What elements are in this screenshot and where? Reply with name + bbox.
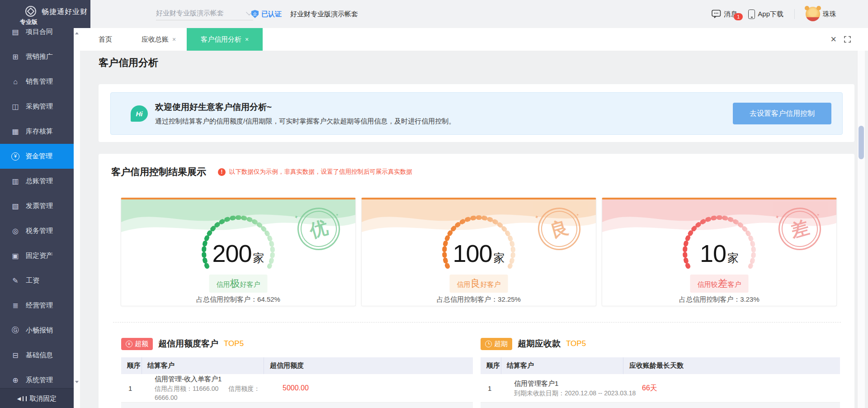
user-menu[interactable]: 珠珠 — [806, 7, 836, 21]
purchase-icon: ◫ — [11, 102, 20, 111]
top-bar: 好业财专业版演示帐套 企 已认证 好业财专业版演示帐套 消息 1 App下载 珠… — [90, 0, 868, 28]
column-header: 结算客户 — [501, 357, 623, 374]
close-tab-icon[interactable]: × — [172, 36, 176, 43]
welcome-subtitle: 通过控制结算客户的信用额度/信用期限，可实时掌握客户欠款超期等信用信息，及时进行… — [155, 117, 455, 126]
row-index: 1 — [481, 384, 509, 392]
column-header: 应收账龄最长天数 — [623, 361, 840, 370]
messages-count-badge: 1 — [734, 13, 743, 20]
unpin-label: 取消固定 — [29, 394, 57, 403]
verified-label: 已认证 — [261, 10, 282, 19]
table-title: 超期应收款 — [518, 338, 561, 350]
table-title: 超信用额度客户 — [158, 338, 218, 350]
sidebar-item-label: 系统管理 — [26, 376, 53, 384]
welcome-banner: Hi 欢迎使用好生意客户信用分析~ 通过控制结算客户的信用额度/信用期限，可实时… — [110, 92, 843, 135]
enterprise-shield-icon: 企 — [251, 10, 259, 18]
sidebar-item-label: 采购管理 — [26, 102, 53, 111]
close-tab-icon[interactable]: × — [245, 36, 249, 43]
main-scrollbar[interactable] — [857, 51, 865, 408]
id-card-icon: ⊟ — [11, 351, 20, 360]
sidebar-item-label: 固定资产 — [26, 251, 53, 260]
messages-button[interactable]: 消息 1 — [712, 9, 737, 19]
sidebar-item-label: 工资 — [26, 276, 39, 285]
sidebar-item-project-contract[interactable]: ▤项目合同 — [0, 28, 74, 44]
sidebar-item-xiaochang-expense[interactable]: Ⓖ小畅报销 — [0, 318, 74, 343]
customer-count: 200 — [212, 240, 251, 267]
sidebar-scrollbar[interactable] — [74, 28, 80, 408]
scrollbar-thumb[interactable] — [859, 126, 864, 159]
credit-grade-tag: 信用良好客户 — [450, 275, 508, 293]
sidebar-item-general-ledger[interactable]: ▥总账管理 — [0, 169, 74, 194]
table-footer-strip — [121, 403, 473, 408]
app-download-button[interactable]: App下载 — [748, 9, 783, 19]
sidebar-item-purchase-management[interactable]: ◫采购管理 — [0, 94, 74, 119]
customer-count: 10 — [700, 240, 726, 267]
clock-icon — [485, 341, 492, 347]
sidebar-item-invoice-management[interactable]: ▧发票管理 — [0, 194, 74, 218]
setup-credit-control-button[interactable]: 去设置客户信用控制 — [733, 103, 831, 124]
table-footer-strip — [481, 403, 840, 408]
dashed-divider — [113, 322, 841, 323]
sidebar-header: 畅捷通好业财 专业版 — [0, 0, 90, 28]
account-set-selector[interactable]: 好业财专业版演示帐套 — [156, 6, 253, 20]
project-contract-icon: ▤ — [11, 28, 20, 36]
sales-icon: ⌂ — [11, 78, 20, 86]
scroll-up-icon[interactable] — [75, 32, 79, 34]
results-panel: 客户信用控制结果展示 ! 以下数据仅为示例，非真实数据，设置了信用控制后可展示真… — [99, 154, 854, 408]
sidebar-item-basic-info[interactable]: ⊟基础信息 — [0, 343, 74, 368]
account-set-value: 好业财专业版演示帐套 — [156, 9, 224, 18]
over-limit-badge: ¥ 超额 — [121, 338, 153, 350]
sidebar-unpin-button[interactable]: ◀ 取消固定 — [0, 388, 74, 408]
column-header: 顺序 — [481, 357, 501, 374]
chat-bubble-icon — [712, 9, 721, 19]
welcome-title: 欢迎使用好生意客户信用分析~ — [155, 101, 455, 113]
yen-circle-icon: ¥ — [126, 341, 132, 347]
sidebar-item-label: 销售管理 — [26, 77, 53, 86]
sidebar-item-label: 小畅报销 — [26, 326, 53, 335]
tab-receivables-ledger[interactable]: 应收总账 × — [131, 28, 187, 51]
fullscreen-icon[interactable] — [844, 36, 851, 43]
table-row[interactable]: 1 信用管理客户1 到期未收款日期：2020.12.08 -- 2023.03.… — [481, 374, 840, 403]
avatar — [806, 7, 820, 21]
sidebar-item-label: 营销推广 — [26, 52, 53, 61]
row-index: 1 — [121, 384, 149, 392]
credit-card-poor: 差 10家 信用较差客户 占总信用控制客户：3.23% — [602, 198, 837, 306]
sidebar-item-label: 资金管理 — [25, 152, 52, 161]
tab-bar: 首页 应收总账 × 客户信用分析 × × — [80, 28, 868, 51]
payroll-icon: ✎ — [11, 276, 20, 285]
invoice-icon: ▧ — [11, 202, 20, 210]
welcome-panel: Hi 欢迎使用好生意客户信用分析~ 通过控制结算客户的信用额度/信用期限，可实时… — [99, 84, 854, 142]
tax-icon: ◎ — [11, 227, 20, 235]
credit-grade-tag: 信用较差客户 — [690, 275, 749, 293]
overdue-detail: 到期未收款日期：2020.12.08 -- 2023.03.18 — [514, 389, 636, 398]
credit-detail: 信用占用额：11666.00信用额度：6666.00 — [155, 384, 277, 402]
customer-name: 信用管理-收入单客户1 — [155, 374, 277, 384]
tab-label: 客户信用分析 — [201, 35, 241, 44]
sidebar-item-system-management[interactable]: ⊕系统管理 — [0, 368, 74, 388]
expense-icon: Ⓖ — [11, 326, 20, 335]
money-bag-icon: ¥ — [11, 152, 19, 161]
sample-data-notice: 以下数据仅为示例，非真实数据，设置了信用控制后可展示真实数据 — [229, 168, 412, 176]
sidebar-item-funds-management[interactable]: ¥资金管理 — [0, 144, 74, 169]
sidebar-item-fixed-assets[interactable]: ▣固定资产 — [0, 243, 74, 268]
tab-customer-credit-analysis[interactable]: 客户信用分析 × — [187, 28, 263, 51]
table-row[interactable]: 1 信用管理-收入单客户1 信用占用额：11666.00信用额度：6666.00… — [121, 374, 473, 403]
overdue-receivables-table: 超期 超期应收款 TOP5 顺序 结算客户 应收账龄最长天数 1 信用管理客户1… — [481, 337, 840, 408]
verified-badge[interactable]: 企 已认证 — [251, 0, 282, 28]
sidebar-item-sales-management[interactable]: ⌂销售管理 — [0, 69, 74, 94]
warning-icon: ! — [218, 168, 226, 176]
tab-label: 首页 — [99, 35, 112, 44]
column-header: 结算客户 — [142, 357, 264, 374]
sidebar-item-payroll[interactable]: ✎工资 — [0, 268, 74, 293]
table-header-row: 顺序 结算客户 应收账龄最长天数 — [481, 357, 840, 374]
sidebar-item-business-management[interactable]: ≣经营管理 — [0, 293, 74, 318]
sidebar-item-inventory-accounting[interactable]: ▦库存核算 — [0, 119, 74, 144]
page-title: 客户信用分析 — [99, 56, 158, 70]
sidebar-item-label: 发票管理 — [26, 202, 53, 210]
scroll-down-icon[interactable] — [75, 381, 79, 383]
sidebar-item-marketing[interactable]: ⊞营销推广 — [0, 44, 74, 69]
close-page-icon[interactable]: × — [830, 34, 836, 44]
sidebar-item-label: 基础信息 — [26, 351, 53, 360]
sidebar-item-tax-management[interactable]: ◎税务管理 — [0, 218, 74, 243]
tab-home[interactable]: 首页 — [80, 28, 131, 51]
divider — [794, 9, 795, 19]
